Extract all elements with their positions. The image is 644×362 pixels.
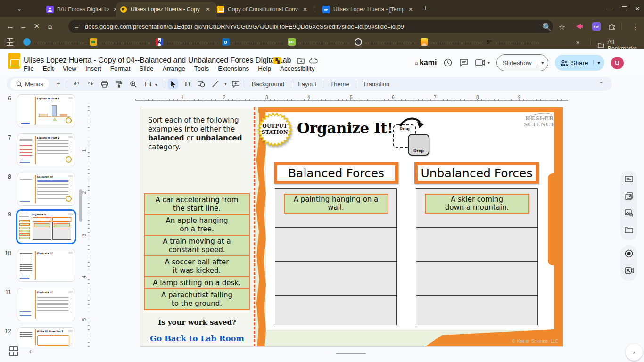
- sort-card[interactable]: A lamp sitting on a desk.: [144, 276, 250, 289]
- table-cell[interactable]: [416, 228, 537, 262]
- theme-button[interactable]: Theme: [327, 81, 352, 88]
- sort-card[interactable]: A soccer ball after it was kicked.: [144, 255, 250, 277]
- slideshow-dropdown-icon[interactable]: ▾: [537, 60, 547, 66]
- account-avatar[interactable]: U: [611, 57, 624, 69]
- new-slide-button[interactable]: ＋: [53, 79, 63, 89]
- notes-card-icon[interactable]: [620, 171, 637, 188]
- share-button[interactable]: Share▾: [555, 55, 604, 71]
- menu-tools[interactable]: Tools: [194, 65, 209, 72]
- slide-thumbnail-6[interactable]: Explore It! Part 1: [17, 94, 75, 127]
- browser-tab-2-active[interactable]: Ulises Lopez Huerta - Copy of 0 ✕: [116, 2, 217, 17]
- collapse-toolbar-icon[interactable]: ⌃: [598, 81, 603, 88]
- zoom-page-icon[interactable]: 🔍: [540, 20, 553, 33]
- horizontal-scrollbar[interactable]: [336, 353, 366, 354]
- home-icon[interactable]: ⌂: [43, 20, 57, 33]
- new-tab-button[interactable]: +: [423, 4, 428, 12]
- menus-search-button[interactable]: Menus: [10, 78, 49, 90]
- sorted-card[interactable]: A painting hanging on a wall.: [284, 194, 388, 214]
- sort-card[interactable]: A train moving at a constant speed.: [144, 235, 250, 256]
- restore-button[interactable]: [619, 4, 629, 13]
- slide-thumbnail-12[interactable]: Write It! Question 1: [17, 327, 75, 347]
- sort-card[interactable]: A parachutist falling to the ground.: [144, 288, 250, 310]
- unbalanced-forces-header[interactable]: Unbalanced Forces: [414, 162, 539, 184]
- collapse-filmstrip-icon[interactable]: ‹: [29, 347, 32, 355]
- record-icon[interactable]: [620, 245, 637, 262]
- table-cell[interactable]: A painting hanging on a wall.: [275, 194, 396, 228]
- bookmark-star-icon[interactable]: ☆: [555, 20, 569, 33]
- browser-menu-icon[interactable]: ⋮: [629, 20, 642, 33]
- sort-card[interactable]: An apple hanging on a tree.: [144, 214, 250, 236]
- insert-line-button[interactable]: [210, 79, 221, 89]
- tab-close-icon[interactable]: ✕: [303, 6, 307, 13]
- browser-tab-3[interactable]: Copy of Constitutional Conven ✕: [213, 2, 318, 17]
- menu-accessibility[interactable]: Accessibility: [280, 65, 315, 72]
- bookmark-item[interactable]: ...............................: [90, 38, 151, 46]
- browser-tab-4[interactable]: Ulises Lopez Huerta - [Templat ✕: [319, 2, 421, 17]
- bookmark-item[interactable]: IXL...............................: [288, 38, 350, 46]
- bookmark-item[interactable]: ...............................: [23, 38, 85, 46]
- slide-thumbnail-9-selected[interactable]: Organize It!: [16, 209, 76, 244]
- transition-button[interactable]: Transition: [360, 81, 393, 88]
- bookmarks-overflow-chevron[interactable]: »: [576, 39, 579, 46]
- paint-format-icon[interactable]: [114, 79, 124, 89]
- tab-close-icon[interactable]: ✕: [408, 6, 413, 13]
- document-title[interactable]: Ulises Lopez Huerta - Copy of 04--Balanc…: [24, 56, 291, 65]
- menu-format[interactable]: Format: [110, 65, 131, 72]
- version-history-icon[interactable]: [443, 58, 453, 67]
- tab-search-button[interactable]: ⌄: [12, 3, 26, 15]
- bookmark-item[interactable]: o...............................: [222, 38, 284, 46]
- print-icon[interactable]: [99, 79, 110, 89]
- open-side-panel-button[interactable]: ‹: [626, 344, 643, 361]
- extensions-puzzle-icon[interactable]: [608, 23, 616, 31]
- layers-copy-icon[interactable]: [620, 188, 637, 205]
- back-to-lab-room-link[interactable]: Go Back to Lab Room: [140, 334, 254, 343]
- read-write-extension-icon[interactable]: rw: [592, 22, 601, 31]
- slide-canvas[interactable]: Sort each of the following examples into…: [140, 107, 563, 346]
- table-cell[interactable]: [416, 296, 537, 329]
- menu-view[interactable]: View: [63, 65, 76, 72]
- bookmark-item[interactable]: A...............................: [156, 38, 217, 46]
- menu-extensions[interactable]: Extensions: [218, 65, 249, 72]
- back-icon[interactable]: ←: [4, 20, 17, 33]
- slides-app-icon[interactable]: [8, 53, 20, 69]
- menu-arrange[interactable]: Arrange: [163, 65, 185, 72]
- slide-thumbnail-7[interactable]: Explore It! Part 2: [17, 133, 75, 166]
- browser-tab-1[interactable]: B/U Forces Digital Lab ✕: [42, 2, 122, 17]
- apps-grid-icon[interactable]: [7, 38, 12, 46]
- slideshow-button[interactable]: Slideshow▾: [496, 54, 548, 71]
- menu-file[interactable]: File: [24, 65, 34, 72]
- move-folder-icon[interactable]: [297, 58, 305, 64]
- bookmark-item[interactable]: 5*...........................: [487, 39, 539, 45]
- image-search-icon[interactable]: [620, 205, 637, 222]
- undo-icon[interactable]: ↶: [71, 79, 82, 89]
- menu-insert[interactable]: Insert: [85, 65, 101, 72]
- zoom-icon[interactable]: [128, 79, 138, 89]
- menu-help[interactable]: Help: [258, 65, 271, 72]
- share-dropdown-icon[interactable]: ▾: [593, 60, 604, 66]
- layout-button[interactable]: Layout: [295, 81, 319, 88]
- slide-title[interactable]: Organize It!: [297, 120, 393, 137]
- table-cell[interactable]: [416, 262, 537, 296]
- comments-icon[interactable]: [459, 58, 469, 67]
- kami-extension-icon[interactable]: [575, 23, 584, 30]
- kami-doc-badge-icon[interactable]: ▚: [273, 57, 281, 64]
- background-button[interactable]: Background: [249, 81, 287, 88]
- minimize-button[interactable]: —: [605, 4, 615, 13]
- grid-view-button[interactable]: [9, 346, 17, 356]
- tab-close-icon[interactable]: ✕: [206, 6, 210, 13]
- unbalanced-table[interactable]: A skier coming down a mountain.: [416, 188, 538, 325]
- slide-thumbnail-10[interactable]: Illustrate It!: [17, 249, 75, 282]
- star-favorite-icon[interactable]: ☆: [286, 57, 292, 64]
- site-settings-icon[interactable]: [75, 25, 81, 28]
- slide-thumbnail-8[interactable]: Research It!: [17, 173, 75, 206]
- sorted-card[interactable]: A skier coming down a mountain.: [425, 194, 529, 214]
- meet-camera-icon[interactable]: ▾: [475, 59, 490, 66]
- cloud-status-icon[interactable]: [309, 58, 318, 64]
- address-bar[interactable]: docs.google.com/presentation/d/1Edpzi-qk…: [68, 20, 553, 33]
- slide-thumbnail-11[interactable]: Illustrate It!: [17, 288, 75, 321]
- table-cell[interactable]: [275, 296, 396, 329]
- zoom-fit-select[interactable]: Fit ▾: [142, 81, 160, 88]
- forward-icon[interactable]: →: [17, 20, 30, 33]
- insert-comment-button[interactable]: [231, 79, 241, 89]
- table-cell[interactable]: [275, 228, 396, 262]
